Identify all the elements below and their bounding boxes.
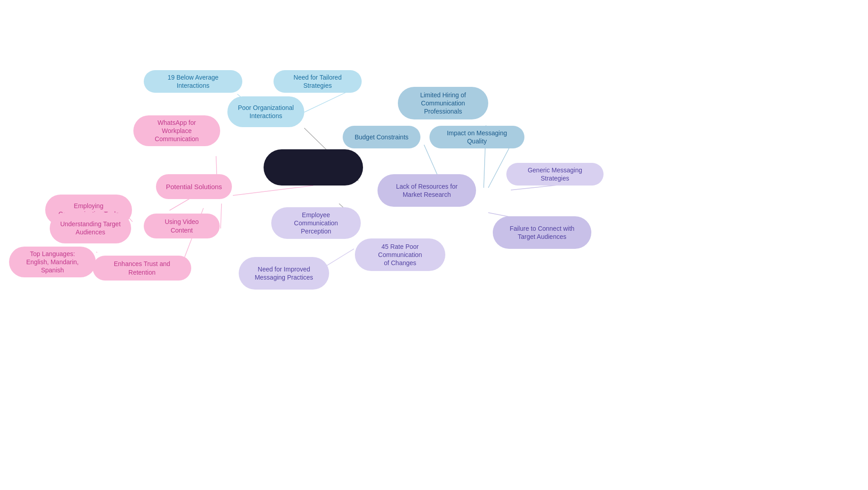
impact-messaging-node: Impact on Messaging Quality	[429, 126, 524, 148]
generic-messaging-node: Generic Messaging Strategies	[506, 163, 604, 186]
svg-line-11	[325, 249, 354, 267]
svg-line-8	[488, 145, 511, 188]
svg-line-1	[233, 186, 313, 195]
failure-connect-node: Failure to Connect with Target Audiences	[493, 216, 591, 249]
45-rate-node: 45 Rate Poor Communicationof Changes	[355, 238, 445, 271]
using-video-node: Using Video Content	[144, 214, 220, 238]
budget-node: Budget Constraints	[343, 126, 420, 148]
svg-line-18	[96, 252, 97, 252]
need-tailored-node: Need for Tailored Strategies	[274, 70, 362, 93]
19-below-node: 19 Below Average Interactions	[144, 70, 242, 93]
enhances-trust-node: Enhances Trust and Retention	[93, 256, 191, 281]
svg-line-15	[221, 204, 222, 228]
whatsapp-node: WhatsApp for Workplace Communication	[133, 115, 220, 146]
center-node	[264, 149, 363, 186]
employee-comm-node: Employee CommunicationPerception	[271, 207, 361, 239]
lack-resources-node: Lack of Resources for Market Research	[377, 174, 476, 207]
limited-hiring-node: Limited Hiring ofCommunication Professio…	[398, 87, 488, 119]
understanding-node: Understanding Target Audiences	[50, 213, 131, 243]
poor-org-node: Poor OrganizationalInteractions	[227, 96, 304, 127]
top-languages-node: Top Languages: English, Mandarin, Spanis…	[9, 247, 96, 277]
need-improved-node: Need for Improved Messaging Practices	[239, 257, 329, 290]
potential-solutions-node: Potential Solutions	[156, 174, 232, 199]
